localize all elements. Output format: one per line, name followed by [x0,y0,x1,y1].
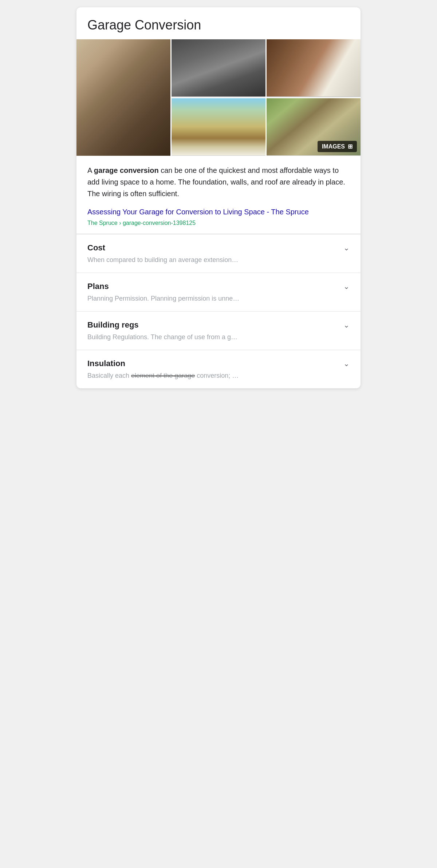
chevron-down-icon: ⌄ [343,321,350,329]
accordion-building-regs-title: Building regs [87,320,139,330]
image-cell-1[interactable] [76,39,170,156]
accordion-cost-preview: When compared to building an average ext… [87,256,350,264]
images-icon: ⊞ [348,143,353,150]
main-card: Garage Conversion IMAGES ⊞ A [76,7,361,388]
accordions-container: Cost ⌄ When compared to building an aver… [76,234,361,388]
accordion-building-regs-preview: Building Regulations. The change of use … [87,333,350,341]
image-cell-3[interactable] [267,39,361,97]
description-section: A garage conversion can be one of the qu… [76,156,361,234]
image-cell-2[interactable] [172,39,265,97]
accordion-plans[interactable]: Plans ⌄ Planning Permission. Planning pe… [76,273,361,311]
accordion-building-regs[interactable]: Building regs ⌄ Building Regulations. Th… [76,311,361,350]
chevron-down-icon: ⌄ [343,359,350,368]
image-cell-4[interactable] [172,98,265,156]
accordion-plans-title: Plans [87,282,109,291]
description-bold: garage conversion [94,166,159,174]
accordion-insulation-header[interactable]: Insulation ⌄ [87,359,350,368]
description-prefix: A [87,166,94,174]
source-url: The Spruce › garage-conversion-1398125 [87,220,350,226]
accordion-plans-header[interactable]: Plans ⌄ [87,282,350,291]
accordion-cost-title: Cost [87,243,105,253]
image-grid: IMAGES ⊞ [76,39,361,156]
article-link[interactable]: Assessing Your Garage for Conversion to … [87,208,309,216]
accordion-plans-preview: Planning Permission. Planning permission… [87,295,350,302]
images-badge[interactable]: IMAGES ⊞ [318,141,357,152]
accordion-cost-header[interactable]: Cost ⌄ [87,243,350,253]
chevron-down-icon: ⌄ [343,282,350,291]
chevron-down-icon: ⌄ [343,243,350,252]
accordion-building-regs-header[interactable]: Building regs ⌄ [87,320,350,330]
accordion-cost[interactable]: Cost ⌄ When compared to building an aver… [76,234,361,273]
accordion-insulation-title: Insulation [87,359,125,368]
page-title: Garage Conversion [87,17,350,33]
accordion-insulation-preview: Basically each element of the garage con… [87,372,350,380]
strikethrough-text: element of the garage [131,372,195,379]
images-label: IMAGES [322,143,345,150]
image-cell-5[interactable]: IMAGES ⊞ [267,98,361,156]
source-link[interactable]: Assessing Your Garage for Conversion to … [87,207,350,217]
title-section: Garage Conversion [76,7,361,39]
description-text: A garage conversion can be one of the qu… [87,165,350,199]
accordion-insulation[interactable]: Insulation ⌄ Basically each element of t… [76,350,361,388]
